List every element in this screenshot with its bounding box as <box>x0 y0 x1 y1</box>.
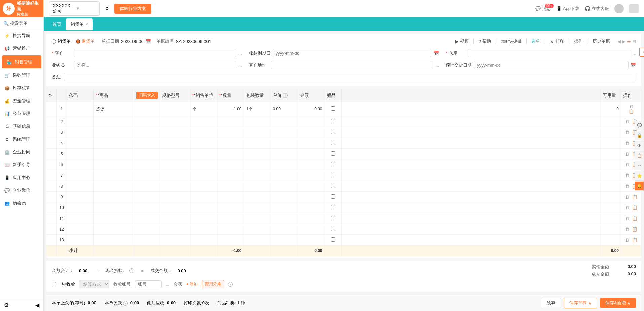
customer-addr-input[interactable] <box>271 61 433 69</box>
delete-row-10-icon[interactable]: 🗑 <box>623 205 631 210</box>
delete-row-9-icon[interactable]: 🗑 <box>623 194 631 199</box>
th-settings[interactable]: ⚙ <box>46 89 56 102</box>
customer-addr-more-icon[interactable]: ... <box>435 63 439 68</box>
gift-checkbox-11[interactable] <box>331 216 335 220</box>
sidebar-item-finance[interactable]: 💰 资金管理 <box>0 94 43 107</box>
sidebar-item-wechat[interactable]: 💬 企业微信 <box>0 184 43 197</box>
search-menu[interactable]: 🔍 搜索菜单 <box>0 17 43 29</box>
customer-input[interactable] <box>74 49 236 57</box>
copy-row-12-icon[interactable]: 📋 <box>631 227 639 232</box>
barcode-input-1[interactable] <box>69 107 91 112</box>
delete-row-12-icon[interactable]: 🗑 <box>623 227 631 232</box>
collapse-sidebar-icon[interactable]: ◀ <box>35 302 39 308</box>
radio-sales-order[interactable]: 销货单 <box>52 38 71 44</box>
list-view-icon[interactable]: ☰ <box>627 39 631 44</box>
trial-button[interactable]: 体验行业方案 <box>114 4 151 14</box>
delete-row-7-icon[interactable]: 🗑 <box>623 173 631 178</box>
salesperson-input[interactable] <box>74 61 236 69</box>
settings-button[interactable]: ⊙ 设置 <box>639 48 644 57</box>
calendar-icon[interactable]: 📅 <box>146 39 151 44</box>
gift-checkbox-6[interactable] <box>331 162 335 166</box>
warehouse-more-icon[interactable]: ... <box>632 51 636 56</box>
gift-checkbox-3[interactable] <box>331 130 335 134</box>
discard-button[interactable]: 放弃 <box>541 298 561 308</box>
float-btn-2[interactable]: 🔒 <box>635 131 644 140</box>
gift-checkbox-9[interactable] <box>331 194 335 199</box>
radio-return-order[interactable]: 退货单 <box>76 38 95 44</box>
copy-row-10-icon[interactable]: 📋 <box>631 205 639 210</box>
delete-row-8-icon[interactable]: 🗑 <box>623 184 631 189</box>
sidebar-item-marketing[interactable]: 📢 营销推广 <box>0 42 43 55</box>
customer-more-icon[interactable]: ... <box>238 51 242 56</box>
copy-row-13-icon[interactable]: 📋 <box>631 237 639 242</box>
delete-row-13-icon[interactable]: 🗑 <box>623 237 631 242</box>
delete-row-3-icon[interactable]: 🗑 <box>623 130 631 135</box>
account-input[interactable] <box>135 280 162 288</box>
expected-date-input[interactable] <box>474 61 629 69</box>
sidebar-item-quick-nav[interactable]: ⚡ 快捷导航 <box>0 29 43 42</box>
add-payment-icon[interactable]: ● 添加 <box>186 281 198 287</box>
delete-row-4-icon[interactable]: 🗑 <box>623 141 631 146</box>
gift-checkbox-5[interactable] <box>331 151 335 156</box>
toolbar-history[interactable]: 历史单据 <box>591 38 612 45</box>
float-btn-6[interactable]: ⭐ <box>635 171 644 181</box>
toolbar-video[interactable]: ▶ 视频 <box>453 38 471 45</box>
one-click-pay-checkbox[interactable]: 一键收款 <box>52 281 75 287</box>
grid-view-icon[interactable]: ⊞ <box>632 39 636 44</box>
delete-row-5-icon[interactable]: 🗑 <box>623 151 631 156</box>
sidebar-item-company[interactable]: 🏢 企业协同 <box>0 146 43 158</box>
remarks-input[interactable] <box>64 73 636 81</box>
save-draft-chevron-icon[interactable]: ∧ <box>588 301 592 306</box>
float-btn-4[interactable]: 📋 <box>635 151 644 160</box>
message-item[interactable]: 💬 消息 99+ <box>535 6 551 12</box>
settings-icon-top[interactable]: ⚙ <box>104 5 110 12</box>
delete-row-2-icon[interactable]: 🗑 <box>623 119 631 124</box>
sidebar-item-sales[interactable]: 🏪 销售管理 <box>2 55 41 68</box>
app-download-item[interactable]: 📱 App下载 <box>556 6 579 12</box>
copy-row-1-icon[interactable]: 📋 <box>627 109 635 114</box>
online-support-item[interactable]: 🎧 在线客服 <box>585 6 609 12</box>
gift-checkbox-2[interactable] <box>331 119 335 123</box>
due-date-input[interactable] <box>273 49 432 57</box>
save-draft-button[interactable]: 保存草稿 ∧ <box>564 298 597 308</box>
user-menu-icon[interactable] <box>629 4 639 13</box>
sidebar-item-purchase[interactable]: 🛒 采购管理 <box>0 69 43 82</box>
user-avatar[interactable] <box>614 4 624 13</box>
delete-row-11-icon[interactable]: 🗑 <box>623 216 631 221</box>
copy-row-11-icon[interactable]: 📋 <box>631 216 639 221</box>
gift-checkbox-8[interactable] <box>331 184 335 188</box>
copy-row-9-icon[interactable]: 📋 <box>631 194 639 199</box>
tab-home[interactable]: 首页 <box>48 18 66 30</box>
prev-record-icon[interactable]: ◀ <box>617 39 621 44</box>
scan-btn[interactable]: 扫码录入 <box>136 92 158 99</box>
toolbar-shortcut[interactable]: ⌨ 快捷键 <box>499 38 524 45</box>
warehouse-input[interactable]: 建材仓 <box>468 49 630 57</box>
sidebar-item-manage[interactable]: 📊 经营管理 <box>0 107 43 120</box>
delete-row-6-icon[interactable]: 🗑 <box>623 162 631 167</box>
toolbar-operation[interactable]: 操作 <box>572 38 585 45</box>
expense-info-icon[interactable]: ? <box>228 282 233 287</box>
sidebar-item-app[interactable]: 📱 应用中心 <box>0 171 43 184</box>
save-new-button[interactable]: 保存&新增 ∧ <box>600 298 636 308</box>
float-btn-3[interactable]: 👁 <box>635 141 644 150</box>
price-info-icon[interactable]: i <box>283 93 288 98</box>
salesperson-more-icon[interactable]: ... <box>238 63 242 68</box>
sidebar-item-base[interactable]: 🗂 基础信息 <box>0 120 43 133</box>
calendar-due-icon[interactable]: 📅 <box>433 51 439 56</box>
tab-close-icon[interactable]: × <box>86 22 88 27</box>
tab-sales-order[interactable]: 销货单 × <box>66 18 93 30</box>
gift-checkbox-10[interactable] <box>331 205 335 209</box>
float-btn-5[interactable]: ✏ <box>635 161 644 170</box>
settlement-method-select[interactable]: 结算方式 <box>79 280 109 288</box>
sidebar-item-guide[interactable]: 📖 新手引导 <box>0 158 43 171</box>
sidebar-item-member[interactable]: 👥 畅会员 <box>0 197 43 209</box>
expense-split-btn[interactable]: 费用分摊 <box>202 280 224 288</box>
float-btn-1[interactable]: 💬 <box>635 121 644 130</box>
settings-gear-icon[interactable]: ⚙ <box>4 302 9 308</box>
delete-row-1-icon[interactable]: 🗑 <box>628 104 635 109</box>
next-record-icon[interactable]: ▶ <box>622 39 626 44</box>
gift-checkbox-13[interactable] <box>331 237 335 242</box>
toolbar-select[interactable]: 选单 <box>529 38 542 45</box>
company-selector[interactable]: XXXXXX公司 ▼ <box>49 1 100 16</box>
calendar-expected-icon[interactable]: 📅 <box>631 63 636 68</box>
